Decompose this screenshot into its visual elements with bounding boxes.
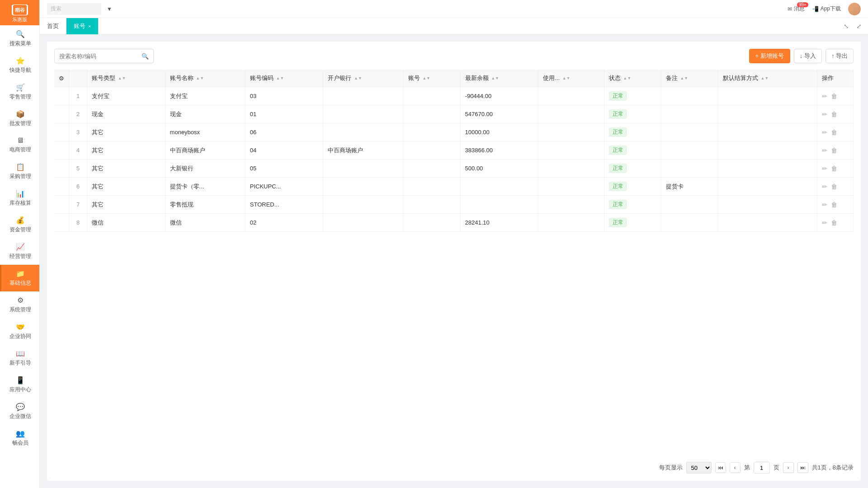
table-row: 1 支付宝 支付宝 03 -90444.00 正常 ✏ 🗑: [54, 87, 854, 105]
sidebar-item-quick-nav[interactable]: ⭐ 快捷导航: [0, 52, 39, 79]
sidebar-item-wholesale[interactable]: 📦 批发管理: [0, 105, 39, 132]
import-button[interactable]: ↓ 导入: [794, 49, 822, 63]
tab-close-icon[interactable]: ×: [88, 23, 91, 29]
sidebar-item-search-menu[interactable]: 🔍 搜索菜单: [0, 25, 39, 52]
next-page-btn[interactable]: ›: [783, 462, 794, 473]
edit-icon[interactable]: ✏: [822, 219, 827, 226]
sidebar-item-label: 应用中心: [9, 386, 31, 394]
add-account-button[interactable]: + 新增账号: [749, 49, 790, 63]
cell-account: [403, 123, 460, 141]
header-message[interactable]: ✉ 消息 99+: [788, 5, 805, 13]
th-type[interactable]: 账号类型 ▲▼: [87, 70, 165, 87]
tab-account[interactable]: 账号 ×: [66, 18, 99, 34]
prev-page-btn[interactable]: ‹: [730, 462, 741, 473]
delete-icon[interactable]: 🗑: [831, 165, 837, 172]
sidebar-item-guide[interactable]: 📖 新手引导: [0, 345, 39, 371]
delete-icon[interactable]: 🗑: [831, 93, 837, 100]
sidebar-item-label: 资金管理: [9, 226, 31, 234]
th-balance[interactable]: 最新余额 ▲▼: [460, 70, 538, 87]
action-buttons: ✏ 🗑: [822, 183, 849, 190]
cell-account: [403, 87, 460, 105]
sidebar-item-purchase[interactable]: 📋 采购管理: [0, 158, 39, 185]
export-button[interactable]: ↑ 导出: [826, 49, 854, 63]
cell-bank: [323, 105, 403, 123]
edit-icon[interactable]: ✏: [822, 165, 827, 172]
tab-home[interactable]: 首页: [40, 18, 66, 34]
page-suffix: 页: [774, 464, 779, 472]
cell-bank: [323, 178, 403, 196]
sidebar-item-operations[interactable]: 📈 经营管理: [0, 238, 39, 265]
sidebar-item-basic-info[interactable]: 📁 基础信息: [0, 265, 39, 291]
sort-icon-payment: ▲▼: [760, 76, 769, 80]
edit-icon[interactable]: ✏: [822, 129, 827, 136]
edit-icon[interactable]: ✏: [822, 147, 827, 154]
delete-icon[interactable]: 🗑: [831, 147, 837, 154]
th-bank[interactable]: 开户银行 ▲▼: [323, 70, 403, 87]
table-search-icon[interactable]: 🔍: [142, 53, 149, 60]
per-page-select[interactable]: 50 100 200: [686, 462, 712, 474]
th-actions: 操作: [817, 70, 854, 87]
ecommerce-icon: 🖥: [17, 136, 24, 145]
tab-minimize-btn[interactable]: ⤡: [841, 21, 852, 32]
cell-notes: [661, 214, 718, 232]
th-account[interactable]: 账号 ▲▼: [403, 70, 460, 87]
header-search[interactable]: 搜索: [47, 3, 101, 15]
sidebar-item-label: 批发管理: [9, 120, 31, 127]
cell-bank: [323, 87, 403, 105]
cell-settings: [54, 123, 69, 141]
table-search-input[interactable]: [59, 53, 140, 60]
sidebar-item-inventory[interactable]: 📊 库存核算: [0, 185, 39, 211]
sidebar-item-system[interactable]: ⚙ 系统管理: [0, 291, 39, 318]
sidebar-item-label: 企业协同: [9, 333, 31, 340]
delete-icon[interactable]: 🗑: [831, 111, 837, 118]
sidebar-logo: 稻谷 乐惠版: [0, 0, 39, 25]
cell-type: 其它: [87, 141, 165, 160]
sidebar-item-label: 企业微信: [9, 413, 31, 420]
header-app-download[interactable]: 📲 App下载: [812, 5, 841, 13]
sidebar-item-label: 快捷导航: [9, 66, 31, 74]
th-usage[interactable]: 使用... ▲▼: [538, 70, 604, 87]
sidebar-item-ecommerce[interactable]: 🖥 电商管理: [0, 132, 39, 158]
tab-expand-btn[interactable]: ⤢: [854, 21, 864, 32]
sidebar-item-retail[interactable]: 🛒 零售管理: [0, 79, 39, 105]
cell-actions: ✏ 🗑: [817, 123, 854, 141]
edit-icon[interactable]: ✏: [822, 183, 827, 190]
delete-icon[interactable]: 🗑: [831, 219, 837, 226]
header-dropdown[interactable]: ▼: [107, 6, 112, 12]
page-number-input[interactable]: [754, 462, 770, 474]
edit-icon[interactable]: ✏: [822, 93, 827, 100]
table-search-box[interactable]: 🔍: [54, 49, 154, 63]
delete-icon[interactable]: 🗑: [831, 201, 837, 208]
sidebar-item-member[interactable]: 👥 畅会员: [0, 425, 39, 451]
first-page-btn[interactable]: ⏮: [715, 462, 726, 473]
th-status[interactable]: 状态 ▲▼: [604, 70, 661, 87]
cell-code: 01: [245, 105, 323, 123]
th-code[interactable]: 账号编码 ▲▼: [245, 70, 323, 87]
cell-settings: [54, 141, 69, 160]
sidebar-item-corp-wechat[interactable]: 💬 企业微信: [0, 398, 39, 425]
guide-icon: 📖: [16, 349, 25, 358]
table-row: 2 现金 现金 01 547670.00 正常 ✏ 🗑: [54, 105, 854, 123]
th-settings[interactable]: ⚙: [54, 70, 69, 87]
sidebar-item-app-center[interactable]: 📱 应用中心: [0, 371, 39, 398]
dropdown-icon: ▼: [107, 6, 112, 12]
cell-account: [403, 160, 460, 178]
th-name[interactable]: 账号名称 ▲▼: [165, 70, 245, 87]
delete-icon[interactable]: 🗑: [831, 183, 837, 190]
sort-icon-status: ▲▼: [623, 76, 631, 80]
user-avatar[interactable]: [848, 3, 861, 15]
cell-notes: [661, 196, 718, 214]
cell-num: 7: [69, 196, 87, 214]
th-notes[interactable]: 备注 ▲▼: [661, 70, 718, 87]
sidebar-item-finance[interactable]: 💰 资金管理: [0, 211, 39, 238]
last-page-btn[interactable]: ⏭: [797, 462, 808, 473]
delete-icon[interactable]: 🗑: [831, 129, 837, 136]
sidebar-item-corp-agreement[interactable]: 🤝 企业协同: [0, 318, 39, 345]
th-payment[interactable]: 默认结算方式 ▲▼: [718, 70, 817, 87]
cell-name: 支付宝: [165, 87, 245, 105]
edit-icon[interactable]: ✏: [822, 111, 827, 118]
cell-notes: [661, 87, 718, 105]
cell-account: [403, 141, 460, 160]
edit-icon[interactable]: ✏: [822, 201, 827, 208]
cell-notes: 提货卡: [661, 178, 718, 196]
